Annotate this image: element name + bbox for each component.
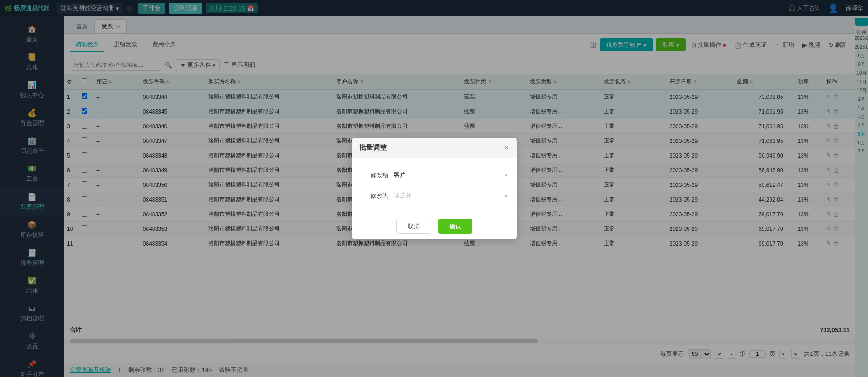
batch-adjust-modal: 批量调整 ✕ 修改项 客户 ▾ 修改为 请选择 ▾ 取消 确认 xyxy=(352,138,517,239)
modal-header: 批量调整 ✕ xyxy=(352,138,517,158)
modal-field-row: 修改项 客户 ▾ xyxy=(361,169,508,181)
modal-title: 批量调整 xyxy=(359,143,387,152)
confirm-button[interactable]: 确认 xyxy=(438,219,472,234)
modal-field-select[interactable]: 客户 ▾ xyxy=(394,169,508,181)
chevron-down-icon: ▾ xyxy=(505,193,508,199)
modal-value-row: 修改为 请选择 ▾ xyxy=(361,190,508,202)
modal-footer: 取消 确认 xyxy=(352,213,517,239)
cancel-button[interactable]: 取消 xyxy=(396,219,431,234)
modal-body: 修改项 客户 ▾ 修改为 请选择 ▾ xyxy=(352,158,517,213)
modal-field-value: 客户 xyxy=(394,171,406,179)
modal-field-label: 修改项 xyxy=(361,171,388,180)
modal-value-label: 修改为 xyxy=(361,192,388,200)
modal-value-select[interactable]: 请选择 ▾ xyxy=(394,190,508,202)
chevron-down-icon: ▾ xyxy=(505,172,508,178)
modal-value-placeholder: 请选择 xyxy=(394,191,412,200)
modal-close-btn[interactable]: ✕ xyxy=(503,143,509,152)
modal-overlay[interactable]: 批量调整 ✕ 修改项 客户 ▾ 修改为 请选择 ▾ 取消 确认 xyxy=(0,0,868,377)
